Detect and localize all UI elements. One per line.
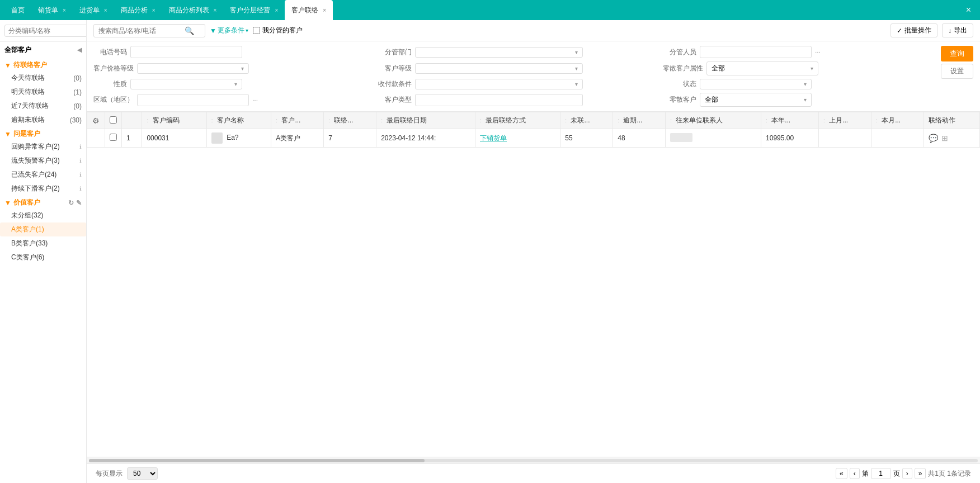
- filter-input-manager[interactable]: [700, 46, 812, 58]
- tab-goods-analysis-close[interactable]: ×: [152, 7, 156, 13]
- filter-select-nature[interactable]: ▾: [130, 79, 242, 89]
- unit-contact-placeholder: [670, 133, 692, 142]
- my-customers-checkbox[interactable]: 我分管的客户: [253, 26, 303, 35]
- sidebar-item-warning[interactable]: 流失预警客户(3) ℹ: [0, 154, 86, 168]
- filter-select-retail-attr[interactable]: 全部 ▾: [706, 61, 818, 75]
- sidebar-item-abnormal-label: 回购异常客户(2): [11, 142, 60, 151]
- filter-select-price-level[interactable]: ▾: [137, 63, 249, 74]
- my-customers-check-input[interactable]: [253, 27, 260, 34]
- sidebar-item-declining-info[interactable]: ℹ: [79, 186, 82, 192]
- filter-select-status[interactable]: ▾: [700, 79, 812, 89]
- th-contact[interactable]: : 联络...: [324, 112, 376, 129]
- sidebar-item-overdue[interactable]: 逾期未联络 (30): [0, 113, 86, 127]
- sidebar-item-today[interactable]: 今天待联络 (0): [0, 71, 86, 85]
- filter-search-icon[interactable]: 🔍: [185, 26, 194, 35]
- sidebar-item-abnormal[interactable]: 回购异常客户(2) ℹ: [0, 140, 86, 154]
- sidebar-all-customers[interactable]: 全部客户 ◀: [0, 42, 86, 58]
- filter-search-input[interactable]: [98, 27, 182, 35]
- th-last-month[interactable]: : 上月...: [819, 112, 871, 129]
- page-size-select[interactable]: 50 100 200: [127, 467, 158, 480]
- th-check[interactable]: [105, 112, 122, 129]
- td-last-method-link[interactable]: 下销货单: [480, 134, 507, 142]
- th-code[interactable]: : 客户编码: [142, 112, 206, 129]
- tab-goods-analysis[interactable]: 商品分析 ×: [114, 0, 162, 20]
- tab-customer-segment-close[interactable]: ×: [275, 7, 278, 13]
- th-seq: [122, 112, 142, 129]
- td-check[interactable]: [105, 129, 122, 148]
- tab-goods-list[interactable]: 商品分析列表 ×: [162, 0, 224, 20]
- sidebar-item-lost-info[interactable]: ℹ: [79, 172, 82, 178]
- settings-button[interactable]: 设置: [941, 64, 973, 79]
- tab-customer-contact-close[interactable]: ×: [323, 7, 326, 13]
- close-all-icon[interactable]: ×: [962, 5, 976, 15]
- export-button[interactable]: ↓ 导出: [942, 23, 973, 37]
- sidebar-item-c-class[interactable]: C类客户(6): [0, 250, 86, 264]
- sidebar-item-warning-info[interactable]: ℹ: [79, 158, 82, 164]
- action-link-icon[interactable]: ⊞: [941, 134, 948, 143]
- filter-more-label: 更多条件: [218, 26, 244, 35]
- th-overdue[interactable]: : 逾期...: [613, 112, 666, 129]
- scrollbar-track[interactable]: [89, 459, 978, 462]
- tab-sales[interactable]: 销货单 ×: [31, 0, 73, 20]
- filter-input-region[interactable]: [137, 94, 249, 106]
- filter-select-payment[interactable]: ▾: [415, 79, 583, 89]
- tab-home[interactable]: 首页: [4, 0, 31, 20]
- sidebar-item-abnormal-info[interactable]: ℹ: [79, 144, 82, 150]
- tab-goods-list-close[interactable]: ×: [214, 7, 217, 13]
- query-button[interactable]: 查询: [941, 46, 973, 61]
- th-type[interactable]: : 客户...: [271, 112, 324, 129]
- filter-icon: ▼: [210, 27, 216, 35]
- sidebar-item-ungroup[interactable]: 未分组(32): [0, 209, 86, 222]
- th-last-date[interactable]: : 最后联络日期: [376, 112, 475, 129]
- sidebar-collapse-icon[interactable]: ◀: [77, 46, 82, 54]
- sidebar-item-a-class-label: A类客户(1): [11, 225, 44, 234]
- sidebar-group-refresh-icon[interactable]: ↻: [68, 199, 74, 207]
- page-next-btn[interactable]: ›: [902, 468, 912, 479]
- sidebar-search-input[interactable]: [4, 25, 87, 37]
- page-prev-btn[interactable]: ‹: [850, 468, 860, 479]
- sidebar-item-a-class[interactable]: A类客户(1): [0, 222, 86, 236]
- filter-region-dots[interactable]: ···: [252, 96, 258, 104]
- batch-op-button[interactable]: ✓ 批量操作: [891, 23, 937, 37]
- sidebar-group-edit-icon[interactable]: ✎: [76, 199, 82, 207]
- tab-purchase[interactable]: 进货单 ×: [73, 0, 114, 20]
- filter-select-dept[interactable]: ▾: [415, 47, 583, 58]
- sidebar-item-b-class[interactable]: B类客户(33): [0, 236, 86, 250]
- tab-purchase-close[interactable]: ×: [104, 7, 107, 13]
- page-current-input[interactable]: [871, 468, 891, 479]
- filter-field-payment: 收付款条件 ▾: [378, 79, 652, 89]
- filter-select-retail[interactable]: 全部 ▾: [700, 93, 812, 107]
- th-this-month[interactable]: : 本月...: [871, 112, 924, 129]
- th-name[interactable]: : 客户名称: [206, 112, 271, 129]
- scrollbar-thumb[interactable]: [89, 459, 425, 462]
- filter-select-cust-level[interactable]: ▾: [415, 63, 583, 74]
- td-last-method[interactable]: 下销货单: [475, 129, 560, 148]
- filter-select-nature-arrow: ▾: [234, 81, 237, 87]
- sidebar-item-lost[interactable]: 已流失客户(24) ℹ: [0, 168, 86, 182]
- tab-customer-segment[interactable]: 客户分层经营 ×: [223, 0, 285, 20]
- sidebar-item-7days[interactable]: 近7天待联络 (0): [0, 99, 86, 113]
- th-this-month-label: 本月...: [882, 116, 901, 124]
- filter-more-btn[interactable]: ▼ 更多条件 ▾: [210, 26, 248, 35]
- sidebar-item-tomorrow[interactable]: 明天待联络 (1): [0, 85, 86, 99]
- sidebar-group-value[interactable]: ▼ 价值客户 ↻ ✎: [0, 196, 86, 209]
- th-last-method[interactable]: : 最后联络方式: [475, 112, 560, 129]
- page-last-btn[interactable]: »: [915, 468, 926, 479]
- select-all-checkbox[interactable]: [110, 116, 117, 124]
- sidebar-group-pending[interactable]: ▼ 待联络客户: [0, 58, 86, 71]
- th-unit-contact[interactable]: : 往来单位联系人: [666, 112, 761, 129]
- th-settings[interactable]: ⚙: [87, 112, 105, 129]
- th-no-contact[interactable]: : 未联...: [560, 112, 613, 129]
- table-settings-icon[interactable]: ⚙: [92, 116, 100, 125]
- filter-input-cust-type[interactable]: [415, 94, 583, 106]
- action-message-icon[interactable]: 💬: [929, 134, 938, 143]
- sidebar-group-problem[interactable]: ▼ 问题客户: [0, 127, 86, 140]
- filter-manager-dots[interactable]: ···: [815, 48, 821, 56]
- th-this-year[interactable]: : 本年...: [761, 112, 819, 129]
- page-first-btn[interactable]: «: [836, 468, 847, 479]
- tab-customer-contact[interactable]: 客户联络 ×: [285, 0, 333, 20]
- row-checkbox[interactable]: [110, 134, 117, 141]
- tab-sales-close[interactable]: ×: [63, 7, 66, 13]
- filter-input-phone[interactable]: [130, 46, 242, 58]
- sidebar-item-declining[interactable]: 持续下滑客户(2) ℹ: [0, 182, 86, 196]
